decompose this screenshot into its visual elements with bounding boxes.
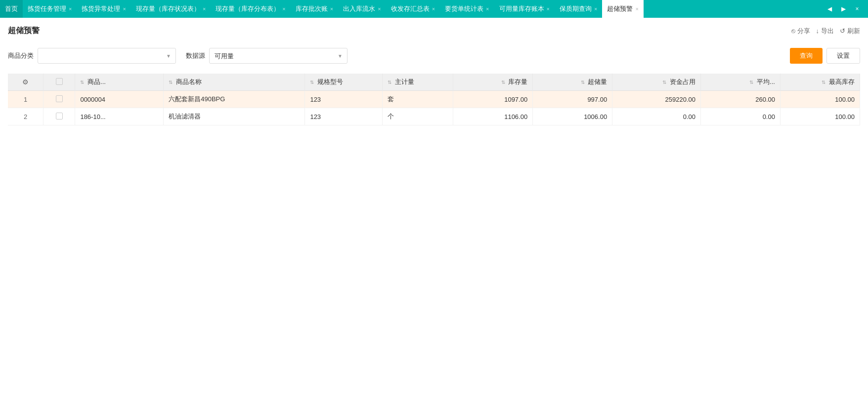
th-unit-label: 主计量 [395,78,414,85]
nav-prev-arrow[interactable]: ◀ [823,0,836,18]
sort-icon: ⇅ [501,79,505,85]
nav-collect-send-label: 收发存汇总表 [391,4,430,13]
close-icon[interactable]: × [547,6,550,12]
th-maxstock[interactable]: ⇅ 最高库存 [780,74,860,91]
close-icon[interactable]: × [486,6,489,12]
nav-inventory-status[interactable]: 现存量（库存状况表） × [131,0,211,18]
close-icon[interactable]: × [635,6,638,12]
query-button[interactable]: 查询 [790,48,823,64]
cell-index: 2 [8,108,43,125]
nav-quality-check[interactable]: 保质期查询 × [555,0,602,18]
sort-icon: ⇅ [310,79,314,85]
cell-capital: 259220.00 [612,91,701,108]
nav-order-stats-label: 要货单统计表 [445,4,483,13]
select-all-checkbox[interactable] [56,78,63,85]
filter-area: 商品分类 数据源 可用量 库存量 查询 设置 [8,44,860,68]
datasource-select[interactable]: 可用量 库存量 [209,48,347,64]
share-icon: ⎋ [791,27,795,35]
th-name-label: 商品名称 [176,78,202,85]
th-stock[interactable]: ⇅ 库存量 [453,74,533,91]
sort-icon: ⇅ [80,79,84,85]
nav-order-stats[interactable]: 要货单统计表 × [440,0,494,18]
nav-next-arrow[interactable]: ▶ [836,0,850,18]
gear-icon[interactable]: ⚙ [22,78,29,86]
close-icon[interactable]: × [330,6,333,12]
cell-avg: 0.00 [700,108,780,125]
th-unit[interactable]: ⇅ 主计量 [383,74,453,91]
sort-icon: ⇅ [822,79,825,85]
table-row: 2 186-10... 机油滤清器 123 个 1106.00 1006.00 … [8,108,860,125]
main-content: 超储预警 ⎋ 分享 ↓ 导出 ↺ 刷新 商品分类 [0,18,868,395]
category-select-wrap [38,48,176,64]
sort-icon: ⇅ [388,79,391,85]
sort-icon: ⇅ [169,79,173,85]
th-spec[interactable]: ⇅ 规格型号 [305,74,383,91]
category-select[interactable] [38,48,176,64]
cell-over: 1006.00 [533,108,612,125]
table-row: 1 0000004 六配套新昌490BPG 123 套 1097.00 997.… [8,91,860,108]
close-icon[interactable]: × [69,6,72,12]
nav-home[interactable]: 首页 [0,0,23,18]
cell-index: 1 [8,91,43,108]
nav-abnormal-label: 拣货异常处理 [82,4,120,13]
nav-inventory-dist[interactable]: 现存量（库存分布表） × [211,0,290,18]
nav-batch[interactable]: 库存批次账 × [291,0,338,18]
refresh-icon: ↺ [840,27,845,35]
nav-inout-flow[interactable]: 出入库流水 × [338,0,386,18]
category-filter-label: 商品分类 [8,51,34,60]
nav-batch-label: 库存批次账 [296,4,328,13]
nav-more-arrow[interactable]: × [850,0,864,18]
nav-right-arrows: ◀ ▶ × [823,0,868,18]
row-checkbox[interactable] [56,113,63,119]
close-icon[interactable]: × [594,6,597,12]
page-header: 超储预警 ⎋ 分享 ↓ 导出 ↺ 刷新 [8,26,860,36]
close-icon[interactable]: × [378,6,381,12]
share-button[interactable]: ⎋ 分享 [791,27,810,36]
share-label: 分享 [797,27,810,36]
category-filter-group: 商品分类 [8,48,176,64]
nav-inout-flow-label: 出入库流水 [343,4,375,13]
close-icon[interactable]: × [203,6,206,12]
datasource-filter-group: 数据源 可用量 库存量 [186,48,347,64]
cell-capital: 0.00 [612,108,701,125]
cell-spec: 123 [305,108,383,125]
nav-collect-send[interactable]: 收发存汇总表 × [386,0,440,18]
nav-quality-check-label: 保质期查询 [560,4,592,13]
th-over[interactable]: ⇅ 超储量 [533,74,612,91]
header-actions: ⎋ 分享 ↓ 导出 ↺ 刷新 [791,27,861,36]
table-header-row: ⚙ ⇅ 商品... ⇅ 商品名称 ⇅ 规格型号 [8,74,860,91]
th-code[interactable]: ⇅ 商品... [75,74,164,91]
cell-avg: 260.00 [700,91,780,108]
export-button[interactable]: ↓ 导出 [816,27,834,36]
nav-overstock-warn[interactable]: 超储预警 × [602,0,643,18]
datasource-filter-label: 数据源 [186,51,205,60]
th-stock-label: 库存量 [508,78,527,85]
settings-button[interactable]: 设置 [826,48,860,64]
cell-name: 机油滤清器 [164,108,305,125]
th-name[interactable]: ⇅ 商品名称 [164,74,305,91]
nav-overstock-warn-label: 超储预警 [607,4,633,13]
th-capital[interactable]: ⇅ 资金占用 [612,74,701,91]
nav-avail-ledger-label: 可用量库存账本 [499,4,544,13]
th-avg[interactable]: ⇅ 平均... [700,74,780,91]
close-icon[interactable]: × [123,6,126,12]
th-capital-label: 资金占用 [670,78,695,85]
close-icon[interactable]: × [432,6,435,12]
th-code-label: 商品... [87,78,106,85]
table-body: 1 0000004 六配套新昌490BPG 123 套 1097.00 997.… [8,91,860,125]
export-icon: ↓ [816,27,820,35]
nav-task-mgmt-label: 拣货任务管理 [28,4,66,13]
close-icon[interactable]: × [282,6,285,12]
refresh-button[interactable]: ↺ 刷新 [840,27,860,36]
cell-over: 997.00 [533,91,612,108]
th-maxstock-label: 最高库存 [829,78,855,85]
cell-checkbox [43,108,75,125]
top-nav: 首页 拣货任务管理 × 拣货异常处理 × 现存量（库存状况表） × 现存量（库存… [0,0,868,18]
nav-task-mgmt[interactable]: 拣货任务管理 × [23,0,77,18]
nav-avail-ledger[interactable]: 可用量库存账本 × [494,0,555,18]
nav-abnormal[interactable]: 拣货异常处理 × [77,0,130,18]
cell-stock: 1106.00 [453,108,533,125]
cell-unit: 个 [383,108,453,125]
th-over-label: 超储量 [588,78,607,85]
row-checkbox[interactable] [56,95,63,102]
